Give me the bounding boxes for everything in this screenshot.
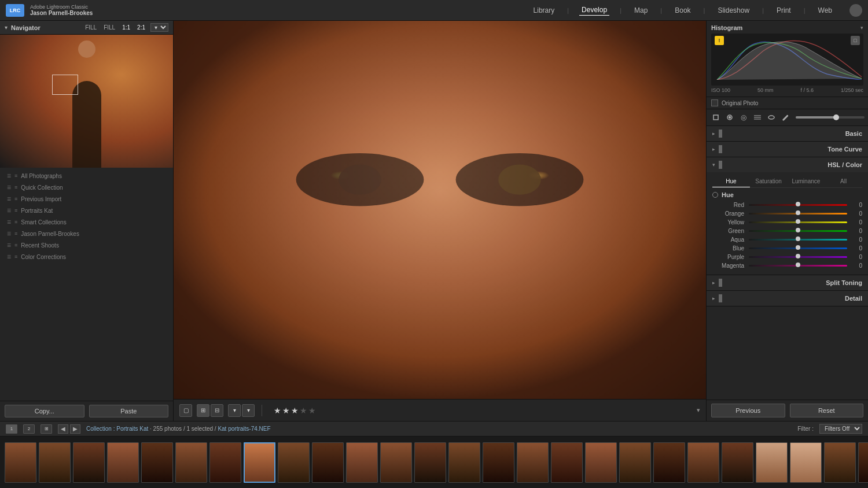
hsl-purple-slider[interactable] — [749, 256, 847, 258]
filmstrip-thumb-selected[interactable] — [244, 442, 275, 483]
single-view-btn[interactable]: 1 — [6, 424, 17, 434]
tone-curve-panel-header[interactable]: ▸ Tone Curve — [707, 142, 868, 157]
hsl-aqua-slider[interactable] — [749, 239, 847, 241]
list-item[interactable]: ≡ Color Corrections — [0, 251, 173, 263]
list-item[interactable]: ≡ Portraits Kat — [0, 205, 173, 216]
navigator-collapse-arrow[interactable]: ▾ — [5, 24, 8, 31]
basic-panel-header[interactable]: ▸ Basic — [707, 126, 868, 141]
radial-filter-tool[interactable] — [766, 112, 777, 123]
hsl-green-slider[interactable] — [749, 230, 847, 232]
navigator-preview[interactable] — [0, 35, 173, 168]
star-3[interactable]: ★ — [291, 406, 299, 415]
compare-btn[interactable]: ⊟ — [211, 404, 223, 417]
compare-view-btn[interactable]: 2 — [23, 424, 35, 434]
navigator-selection-box[interactable] — [52, 75, 78, 95]
hsl-tab-luminance[interactable]: Luminance — [788, 176, 825, 187]
expand-panel-icon[interactable]: ▾ — [697, 406, 700, 414]
hsl-tab-hue[interactable]: Hue — [712, 176, 750, 187]
spot-removal-tool[interactable] — [724, 112, 735, 123]
filmstrip-thumb[interactable] — [312, 442, 344, 483]
filmstrip-thumb[interactable] — [517, 442, 549, 483]
grid-view-btn-status[interactable]: ⊞ — [41, 424, 52, 434]
hsl-orange-slider[interactable] — [749, 213, 847, 215]
hsl-blue-slider[interactable] — [749, 247, 847, 249]
filmstrip-thumb[interactable] — [619, 442, 651, 483]
red-eye-tool[interactable]: ◎ — [738, 112, 749, 123]
filmstrip-thumb[interactable] — [448, 442, 480, 483]
previous-button[interactable]: Previous — [711, 404, 785, 417]
list-item[interactable]: ≡ Smart Collections — [0, 216, 173, 228]
detail-panel-header[interactable]: ▸ Detail — [707, 291, 868, 306]
filmstrip-thumb[interactable] — [107, 442, 139, 483]
nav-print[interactable]: Print — [774, 5, 793, 16]
filmstrip-thumb[interactable] — [722, 442, 753, 483]
view-loupe-btn[interactable]: ▢ — [179, 404, 192, 417]
grid-view-btn[interactable]: ⊞ — [197, 404, 209, 417]
reset-button[interactable]: Reset — [790, 404, 864, 417]
hsl-yellow-slider[interactable] — [749, 221, 847, 223]
filmstrip-thumb[interactable] — [858, 442, 868, 483]
filmstrip-thumb[interactable] — [209, 442, 241, 483]
crop-tool[interactable] — [710, 112, 722, 123]
flag-btn[interactable]: ▾ — [228, 404, 241, 417]
original-photo-checkbox[interactable] — [711, 99, 718, 106]
list-item[interactable]: ≡ Jason Parnell-Brookes — [0, 228, 173, 239]
nav-book[interactable]: Book — [672, 5, 693, 16]
filter-select[interactable]: Filters Off — [819, 424, 862, 434]
adjustment-brush-tool[interactable] — [779, 112, 791, 123]
copy-button[interactable]: Copy... — [5, 405, 84, 417]
filmstrip-thumb[interactable] — [5, 442, 36, 483]
user-avatar[interactable] — [849, 4, 862, 17]
list-item[interactable]: ≡ Previous Import — [0, 193, 173, 205]
main-image-area[interactable] — [174, 21, 706, 399]
filmstrip-thumb[interactable] — [483, 442, 514, 483]
paste-button[interactable]: Paste — [89, 405, 169, 417]
zoom-2-1[interactable]: 2:1 — [135, 24, 147, 31]
filmstrip-thumb[interactable] — [653, 442, 685, 483]
hsl-magenta-slider[interactable] — [749, 265, 847, 267]
filmstrip-thumb[interactable] — [278, 442, 310, 483]
filmstrip-thumb[interactable] — [585, 442, 617, 483]
hsl-red-slider[interactable] — [749, 204, 847, 206]
graduated-filter-tool[interactable] — [752, 112, 763, 123]
prev-photo-btn[interactable]: ◀ — [58, 424, 68, 434]
histogram-expand[interactable]: ▾ — [860, 25, 863, 31]
nav-slideshow[interactable]: Slideshow — [715, 5, 752, 16]
star-rating[interactable]: ★ ★ ★ ★ ★ — [274, 406, 316, 415]
star-5[interactable]: ★ — [308, 406, 316, 415]
list-item[interactable]: ≡ Quick Collection — [0, 182, 173, 193]
filmstrip-thumb[interactable] — [824, 442, 856, 483]
filmstrip-thumb[interactable] — [39, 442, 71, 483]
filmstrip-thumb[interactable] — [414, 442, 446, 483]
star-1[interactable]: ★ — [274, 406, 281, 415]
filmstrip-thumb[interactable] — [346, 442, 378, 483]
star-4[interactable]: ★ — [300, 406, 307, 415]
hsl-tab-saturation[interactable]: Saturation — [750, 176, 788, 187]
filmstrip-thumb[interactable] — [790, 442, 822, 483]
filmstrip-thumb[interactable] — [551, 442, 583, 483]
filmstrip-thumb[interactable] — [687, 442, 719, 483]
hsl-tab-all[interactable]: All — [825, 176, 862, 187]
filmstrip-thumb[interactable] — [141, 442, 173, 483]
star-2[interactable]: ★ — [282, 406, 290, 415]
filmstrip-thumb[interactable] — [73, 442, 105, 483]
nav-library[interactable]: Library — [531, 5, 557, 16]
nav-web[interactable]: Web — [816, 5, 834, 16]
split-toning-panel-header[interactable]: ▸ Split Toning — [707, 275, 868, 290]
nav-develop[interactable]: Develop — [579, 5, 609, 16]
filmstrip-thumb[interactable] — [756, 442, 788, 483]
list-item[interactable]: ≡ Recent Shoots — [0, 239, 173, 251]
zoom-selector[interactable]: ▾ — [150, 23, 168, 32]
zoom-fill2[interactable]: FILL — [102, 24, 117, 31]
filmstrip-thumb[interactable] — [380, 442, 412, 483]
tone-adjustment-slider[interactable] — [796, 116, 865, 119]
filmstrip-thumb[interactable] — [175, 442, 207, 483]
next-photo-btn[interactable]: ▶ — [70, 424, 80, 434]
zoom-1-1[interactable]: 1:1 — [120, 24, 132, 31]
hsl-panel-header[interactable]: ▾ HSL / Color — [707, 157, 868, 172]
nav-map[interactable]: Map — [632, 5, 650, 16]
reject-btn[interactable]: ▾ — [242, 404, 255, 417]
hsl-target-icon[interactable] — [712, 192, 718, 198]
zoom-fill[interactable]: FILL — [83, 24, 98, 31]
list-item[interactable]: ≡ All Photographs — [0, 170, 173, 182]
